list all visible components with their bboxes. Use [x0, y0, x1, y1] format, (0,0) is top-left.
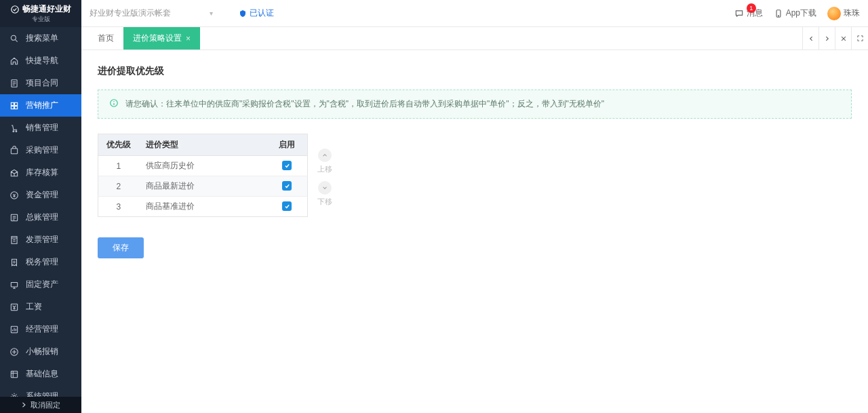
sidebar-item[interactable]: 工资 [0, 296, 81, 318]
sidebar-item-label: 固定资产 [26, 279, 58, 290]
info-alert: 请您确认：往来单位中的供应商"采购报价含税"设置，为"含税"，取到进价后将自动带… [98, 90, 852, 119]
checkbox-checked[interactable] [282, 201, 292, 211]
sidebar-item[interactable]: 营销推广 [0, 94, 81, 117]
move-down-label: 下移 [317, 197, 332, 207]
sidebar-item-label: 税务管理 [26, 256, 58, 268]
cell-priority: 3 [98, 197, 139, 217]
sidebar-item[interactable]: 搜索菜单 [0, 27, 81, 50]
user-name: 珠珠 [844, 7, 860, 19]
ledger-icon [9, 213, 19, 222]
cell-type: 供应商历史价 [139, 156, 267, 176]
cell-enabled [267, 176, 308, 197]
funds-icon [9, 191, 19, 200]
sidebar-footer-label: 取消固定 [31, 400, 60, 410]
sidebar-item[interactable]: 总账管理 [0, 206, 81, 229]
assets-icon [9, 280, 19, 290]
sidebar-item-label: 营销推广 [26, 100, 58, 111]
basic-icon [9, 370, 19, 379]
svg-point-8 [16, 130, 17, 132]
sidebar-item-label: 销售管理 [26, 122, 58, 134]
table-row[interactable]: 1供应商历史价 [98, 156, 308, 176]
contract-icon [9, 79, 19, 88]
purchase-icon [9, 146, 19, 155]
svg-rect-5 [11, 106, 14, 109]
user-menu[interactable]: 珠珠 [827, 7, 860, 20]
table-row[interactable]: 2商品最新进价 [98, 176, 308, 197]
account-name: 好业财专业版演示帐套 [90, 7, 171, 19]
sidebar-item[interactable]: 固定资产 [0, 273, 81, 296]
info-icon [109, 98, 119, 110]
sidebar-item[interactable]: 快捷导航 [0, 50, 81, 72]
search-icon [9, 34, 19, 43]
save-button[interactable]: 保存 [98, 237, 144, 258]
tab[interactable]: 首页 [88, 27, 123, 50]
sidebar-item[interactable]: 采购管理 [0, 139, 81, 161]
sidebar-item[interactable]: 税务管理 [0, 251, 81, 273]
messages-count-badge: 1 [747, 3, 756, 13]
tab-next-button[interactable] [819, 27, 835, 50]
cell-enabled [267, 156, 308, 176]
page-title: 进价提取优先级 [98, 65, 852, 77]
svg-rect-12 [12, 236, 17, 243]
sidebar-item[interactable]: 项目合同 [0, 72, 81, 94]
checkbox-checked[interactable] [282, 181, 292, 191]
sidebar-item-label: 快捷导航 [26, 55, 58, 66]
sidebar-item[interactable]: 库存核算 [0, 161, 81, 184]
sidebar-item[interactable]: 经营管理 [0, 318, 81, 340]
sidebar-item[interactable]: 系统管理 [0, 385, 81, 397]
tab-close-icon[interactable]: × [186, 34, 191, 43]
tab-close-all-button[interactable] [835, 27, 852, 50]
verified-label: 已认证 [250, 7, 274, 19]
svg-point-20 [778, 15, 778, 16]
sidebar-item-label: 发票管理 [26, 234, 58, 245]
inventory-icon [9, 168, 19, 178]
sidebar-item-label: 库存核算 [26, 167, 58, 178]
page-content: 进价提取优先级 请您确认：往来单位中的供应商"采购报价含税"设置，为"含税"，取… [81, 50, 868, 413]
col-priority: 优先级 [98, 134, 139, 156]
invoice-icon [9, 235, 19, 245]
cell-priority: 1 [98, 156, 139, 176]
table-row[interactable]: 3商品基准进价 [98, 197, 308, 217]
chevron-down-icon: ▾ [210, 9, 213, 17]
brand-icon [10, 5, 20, 14]
sidebar-item[interactable]: 资金管理 [0, 184, 81, 206]
sidebar-item[interactable]: 销售管理 [0, 117, 81, 139]
tab-prev-button[interactable] [803, 27, 819, 50]
svg-rect-4 [15, 102, 18, 105]
brand-edition: 专业版 [32, 15, 50, 24]
col-enabled: 启用 [267, 134, 308, 156]
sidebar-item[interactable]: 小畅报销 [0, 340, 81, 363]
move-down-button[interactable]: 下移 [317, 181, 332, 207]
move-up-button[interactable]: 上移 [317, 149, 332, 174]
app-download-button[interactable]: App下载 [774, 7, 816, 19]
svg-rect-9 [11, 149, 17, 154]
expense-icon [9, 347, 19, 357]
svg-point-7 [13, 130, 14, 132]
fullscreen-button[interactable] [852, 27, 868, 50]
sidebar-pin-toggle[interactable]: 取消固定 [0, 397, 81, 413]
checkbox-checked[interactable] [282, 161, 292, 170]
tab-label: 进价策略设置 [133, 33, 182, 44]
cell-type: 商品最新进价 [139, 176, 267, 197]
system-icon [9, 392, 19, 397]
home-icon [9, 56, 19, 66]
brand-name: 畅捷通好业财 [22, 3, 71, 15]
marketing-icon [9, 101, 19, 111]
svg-rect-3 [11, 102, 14, 105]
svg-rect-13 [11, 282, 17, 286]
chevron-down-icon [318, 181, 332, 195]
tabbar: 首页进价策略设置× [81, 27, 868, 50]
col-type: 进价类型 [139, 134, 267, 156]
sidebar-item[interactable]: 发票管理 [0, 229, 81, 251]
verified-badge[interactable]: 已认证 [239, 7, 274, 19]
svg-point-0 [12, 5, 19, 13]
sidebar-item-label: 资金管理 [26, 189, 58, 201]
messages-button[interactable]: 消息 1 [734, 7, 763, 19]
alert-text: 请您确认：往来单位中的供应商"采购报价含税"设置，为"含税"，取到进价后将自动带… [125, 98, 604, 110]
sidebar-item[interactable]: 基础信息 [0, 363, 81, 385]
tab[interactable]: 进价策略设置× [123, 27, 200, 50]
svg-rect-6 [15, 106, 18, 109]
sidebar-item-label: 搜索菜单 [26, 33, 58, 44]
account-selector[interactable]: 好业财专业版演示帐套 ▾ [90, 7, 218, 19]
ops-icon [9, 325, 19, 334]
